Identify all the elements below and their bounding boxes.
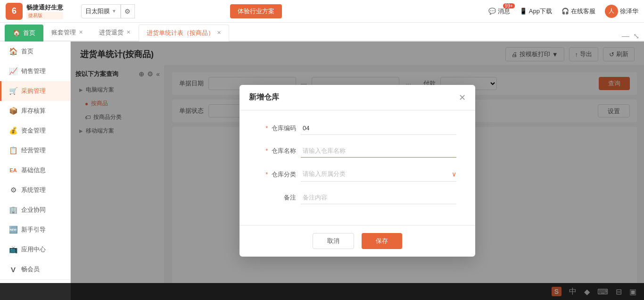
sales-sidebar-icon: 📈 <box>9 67 17 75</box>
online-service-label: 在线客服 <box>571 7 595 16</box>
sidebar-item-system[interactable]: ⚙ 系统管理 <box>0 180 70 200</box>
finance-sidebar-icon: 💰 <box>9 126 17 135</box>
sidebar-basic-info-label: 基础信息 <box>21 166 46 175</box>
modal-title: 新增仓库 <box>249 92 279 102</box>
username-label: 徐泽华 <box>620 7 638 16</box>
header-right: 💬 消息 99+ 📱 App下载 🎧 在线客服 人 徐泽华 <box>488 5 638 18</box>
sidebar-system-label: 系统管理 <box>21 186 46 194</box>
guide-sidebar-icon: 🆕 <box>9 225 17 234</box>
sidebar-inventory-label: 库存核算 <box>21 107 46 115</box>
category-label: * 仓库分类 <box>258 170 296 179</box>
sidebar-operations-label: 经营管理 <box>21 146 46 155</box>
sidebar-item-purchase[interactable]: 🛒 采购管理 <box>0 81 70 101</box>
search-area: 日太阳膜 ▼ ⚙ <box>81 4 223 18</box>
sidebar-item-enterprise[interactable]: 🏢 企业协同 <box>0 200 70 220</box>
sidebar-sales-label: 销售管理 <box>21 67 46 75</box>
tab-maximize-icon[interactable]: ⤡ <box>633 32 639 41</box>
messages-icon: 💬 <box>488 8 496 15</box>
name-input[interactable] <box>301 144 456 158</box>
logo-area: 6 畅捷通好生意 捷易版 <box>6 3 76 20</box>
search-dropdown-icon: ▼ <box>112 8 116 14</box>
tab-home[interactable]: 🏠 首页 <box>5 25 43 42</box>
modal-footer: 取消 保存 <box>239 225 475 257</box>
tab-controls: — ⤡ <box>622 32 639 41</box>
category-dropdown-icon[interactable]: ∨ <box>452 170 456 178</box>
tab-purchase-stats[interactable]: 进货单统计表（按商品） ✕ <box>139 25 229 42</box>
sidebar: 🏠 首页 📈 销售管理 🛒 采购管理 📦 库存核算 💰 资金管理 📋 经营管理 … <box>0 42 71 300</box>
operations-sidebar-icon: 📋 <box>9 146 17 155</box>
member-sidebar-icon: V <box>9 265 17 274</box>
trial-button[interactable]: 体验行业方案 <box>230 4 282 18</box>
app-badge: 捷易版 <box>26 12 63 19</box>
sidebar-guide-label: 新手引导 <box>21 225 46 234</box>
category-select-wrapper: 请输入所属分类 ∨ <box>301 167 456 182</box>
phone-icon: 📱 <box>520 8 527 15</box>
modal-close-button[interactable]: ✕ <box>459 93 466 102</box>
messages-badge: 99+ <box>503 3 515 8</box>
name-required-star: * <box>265 147 268 154</box>
form-row-code: * 仓库编码 <box>258 122 456 135</box>
user-avatar: 人 <box>605 5 618 18</box>
sidebar-home-label: 首页 <box>21 47 33 56</box>
app-logo-icon: 6 <box>6 3 23 20</box>
sidebar-item-inventory[interactable]: 📦 库存核算 <box>0 101 70 121</box>
inventory-sidebar-icon: 📦 <box>9 107 17 115</box>
tab-accounts[interactable]: 账套管理 ✕ <box>43 24 91 41</box>
sidebar-item-sales[interactable]: 📈 销售管理 <box>0 61 70 81</box>
form-row-name: * 仓库名称 <box>258 144 456 158</box>
sidebar-item-guide[interactable]: 🆕 新手引导 <box>0 220 70 240</box>
modal-body: * 仓库编码 * 仓库名称 <box>239 110 475 225</box>
code-input[interactable] <box>301 122 456 135</box>
tab-bar: 🏠 首页 账套管理 ✕ 进货退货 ✕ 进货单统计表（按商品） ✕ — ⤡ <box>0 23 644 42</box>
search-gear-button[interactable]: ⚙ <box>121 4 135 18</box>
content-area: 进货单统计(按商品) 🖨 按模板打印 ▼ ↑ 导出 ↺ 刷新 <box>71 42 644 300</box>
main-layout: 🏠 首页 📈 销售管理 🛒 采购管理 📦 库存核算 💰 资金管理 📋 经营管理 … <box>0 42 644 300</box>
enterprise-sidebar-icon: 🏢 <box>9 206 17 214</box>
top-header: 6 畅捷通好生意 捷易版 日太阳膜 ▼ ⚙ 体验行业方案 💬 消息 99+ 📱 … <box>0 0 644 23</box>
sidebar-finance-label: 资金管理 <box>21 126 46 135</box>
headset-icon: 🎧 <box>561 8 569 15</box>
app-download-item[interactable]: 📱 App下载 <box>520 7 552 16</box>
tab-purchase-stats-label: 进货单统计表（按商品） <box>147 29 214 37</box>
sidebar-enterprise-label: 企业协同 <box>21 206 46 214</box>
sidebar-item-operations[interactable]: 📋 经营管理 <box>0 141 70 160</box>
note-input[interactable] <box>301 191 456 204</box>
sidebar-purchase-label: 采购管理 <box>21 87 46 95</box>
category-required-star: * <box>265 171 268 178</box>
purchase-sidebar-icon: 🛒 <box>9 87 17 95</box>
sidebar-item-home[interactable]: 🏠 首页 <box>0 42 70 61</box>
sidebar-item-finance[interactable]: 💰 资金管理 <box>0 121 70 141</box>
tab-purchase-return[interactable]: 进货退货 ✕ <box>91 24 139 41</box>
form-row-note: 备注 <box>258 191 456 204</box>
search-select[interactable]: 日太阳膜 ▼ <box>81 4 121 18</box>
note-label: 备注 <box>258 193 296 202</box>
search-select-text: 日太阳膜 <box>85 7 110 16</box>
save-button[interactable]: 保存 <box>362 233 402 249</box>
app-download-label: App下载 <box>529 7 552 16</box>
sidebar-member-label: 畅会员 <box>21 265 40 274</box>
user-item[interactable]: 人 徐泽华 <box>605 5 638 18</box>
system-sidebar-icon: ⚙ <box>9 186 17 194</box>
home-sidebar-icon: 🏠 <box>9 47 17 56</box>
home-icon: 🏠 <box>13 29 20 36</box>
sidebar-item-member[interactable]: V 畅会员 <box>0 259 70 279</box>
tab-purchase-return-label: 进货退货 <box>99 28 124 37</box>
category-placeholder: 请输入所属分类 <box>301 167 452 181</box>
sidebar-item-basic-info[interactable]: EA 基础信息 <box>0 160 70 180</box>
modal-overlay: 新增仓库 ✕ * 仓库编码 * <box>71 42 644 300</box>
tab-minimize-icon[interactable]: — <box>622 32 629 41</box>
code-required-star: * <box>265 125 268 132</box>
sidebar-item-apps[interactable]: 📺 应用中心 <box>0 240 70 259</box>
online-service-item[interactable]: 🎧 在线客服 <box>561 7 595 16</box>
sidebar-apps-label: 应用中心 <box>21 245 46 254</box>
form-row-category: * 仓库分类 请输入所属分类 ∨ <box>258 167 456 182</box>
modal-header: 新增仓库 ✕ <box>239 85 475 110</box>
tab-purchase-return-close[interactable]: ✕ <box>126 29 131 35</box>
cancel-button[interactable]: 取消 <box>313 233 354 249</box>
messages-item[interactable]: 💬 消息 99+ <box>488 7 510 16</box>
tab-accounts-label: 账套管理 <box>51 28 76 37</box>
tab-accounts-close[interactable]: ✕ <box>79 29 83 35</box>
name-label: * 仓库名称 <box>258 147 296 155</box>
app-name-block: 畅捷通好生意 捷易版 <box>26 3 63 19</box>
tab-purchase-stats-close[interactable]: ✕ <box>217 30 221 36</box>
